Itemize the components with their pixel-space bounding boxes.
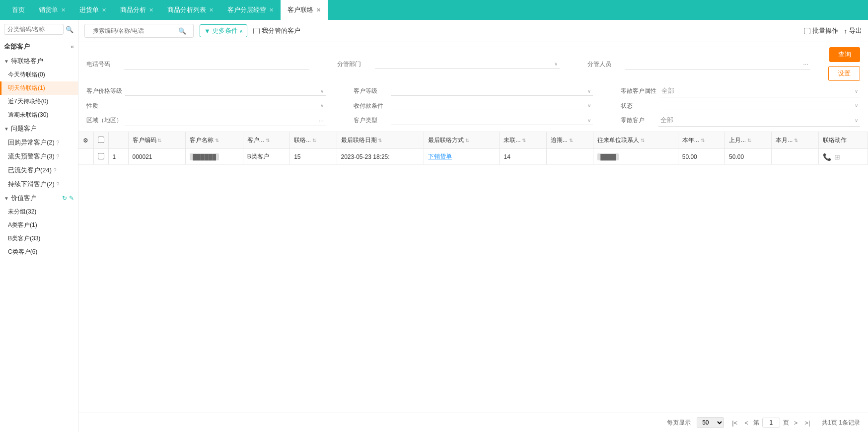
page-next-btn[interactable]: >: [792, 418, 800, 428]
sidebar-item-7days[interactable]: 近7天待联络(0): [0, 95, 78, 108]
col-contacts[interactable]: 联络...: [290, 132, 337, 149]
pending-triangle-icon: ▼: [4, 59, 9, 64]
batch-ops-checkbox[interactable]: [804, 28, 810, 34]
col-unlinked[interactable]: 未联...: [500, 132, 546, 149]
col-last-method[interactable]: 最后联络方式: [424, 132, 500, 149]
col-last-month[interactable]: 上月...: [725, 132, 772, 149]
adv-phone-input[interactable]: [124, 59, 309, 70]
my-customers-checkbox[interactable]: [253, 28, 260, 34]
nav-customer-contact[interactable]: 客户联络 ✕: [281, 0, 328, 20]
col-contact-person[interactable]: 往来单位联系人: [593, 132, 678, 149]
adv-cust-level-select[interactable]: ∨: [391, 87, 593, 96]
sidebar-item-declining[interactable]: 持续下滑客户(2) ?: [0, 177, 78, 191]
adv-price-level-select[interactable]: ∨: [125, 87, 326, 96]
sidebar-collapse-icon[interactable]: «: [71, 43, 74, 50]
sidebar-item-today[interactable]: 今天待联络(0): [0, 68, 78, 81]
export-btn[interactable]: ↑ 导出: [844, 26, 863, 35]
page-last-btn[interactable]: >|: [802, 418, 812, 428]
col-settings[interactable]: ⚙: [78, 132, 93, 149]
sidebar-all-customers[interactable]: 全部客户 «: [0, 39, 78, 54]
sidebar-item-a-class[interactable]: A类客户(1): [0, 218, 78, 232]
table-footer: 每页显示 50 100 200 |< < 第 页 > >| 共1页 1条记录: [78, 413, 868, 432]
adv-nature-chevron: ∨: [320, 103, 324, 108]
sidebar-item-churned[interactable]: 已流失客户(24) ?: [0, 163, 78, 177]
sidebar-item-overdue[interactable]: 逾期未联络(30): [0, 108, 78, 122]
nav-purchase-close[interactable]: ✕: [102, 7, 106, 13]
adv-status-chevron: ∨: [855, 103, 858, 108]
col-code[interactable]: 客户编码: [128, 132, 186, 149]
adv-retail-cust-label: 零散客户: [621, 116, 655, 125]
nav-product-list-close[interactable]: ✕: [209, 7, 214, 13]
page-first-btn[interactable]: |<: [730, 418, 739, 428]
sidebar-pending-group[interactable]: ▼ 待联络客户: [0, 54, 78, 68]
sidebar-item-c-class[interactable]: C类客户(6): [0, 245, 78, 259]
sidebar-value-group[interactable]: ▼ 价值客户 ↻ ✎: [0, 191, 78, 205]
adv-payment-select[interactable]: ∨: [391, 101, 593, 110]
nav-customer-ops-close[interactable]: ✕: [269, 7, 274, 13]
nav-customer-ops[interactable]: 客户分层经营 ✕: [220, 0, 281, 20]
row-no-cell: 1: [108, 149, 128, 165]
adv-nature-field: 性质 ∨: [86, 101, 326, 110]
page-num-input[interactable]: [762, 418, 780, 428]
nav-sales-close[interactable]: ✕: [61, 7, 66, 13]
adv-person-select[interactable]: ···: [625, 59, 810, 70]
row-overdue-cell: [546, 149, 593, 165]
col-last-date[interactable]: 最后联络日期: [337, 132, 424, 149]
sidebar-item-repurchase-abnormal[interactable]: 回购异常客户(2) ?: [0, 136, 78, 149]
adv-payment-label: 收付款条件: [354, 102, 388, 110]
nav-product-analysis[interactable]: 商品分析 ✕: [113, 0, 160, 20]
row-checkbox[interactable]: [98, 153, 104, 159]
select-all-checkbox[interactable]: [98, 137, 104, 143]
adv-price-level-field: 客户价格等级 ∨: [86, 87, 326, 96]
nav-sales[interactable]: 销货单 ✕: [32, 0, 72, 20]
table-body: 1 000021 ██████ B类客户 15 2023-05-23 18:25…: [78, 149, 868, 165]
col-name[interactable]: 客户名称: [186, 132, 243, 149]
row-last-method-cell[interactable]: 下销货单: [424, 149, 500, 165]
page-prev-btn[interactable]: <: [742, 418, 750, 428]
batch-ops-btn[interactable]: 批量操作: [804, 26, 838, 35]
sidebar-search-input[interactable]: [4, 24, 64, 35]
adv-status-select[interactable]: ∨: [658, 101, 860, 110]
nav-purchase[interactable]: 进货单 ✕: [72, 0, 113, 20]
my-customers-check[interactable]: 我分管的客户: [253, 26, 300, 35]
filter-search-icon[interactable]: 🔍: [178, 27, 186, 35]
nav-product-list[interactable]: 商品分析列表 ✕: [160, 0, 220, 20]
sidebar-item-tomorrow[interactable]: 明天待联络(1): [0, 81, 78, 95]
adv-nature-select[interactable]: ∨: [124, 101, 326, 110]
adv-dept-select[interactable]: ∨: [375, 60, 560, 69]
sidebar-item-churn-warning[interactable]: 流失预警客户(3) ?: [0, 149, 78, 163]
adv-status-field: 状态 ∨: [621, 101, 860, 110]
value-group-edit[interactable]: ✎: [69, 195, 74, 202]
adv-row-1: 电话号码 分管部门 ∨ 分管人员 ···: [86, 47, 860, 81]
action-menu-icon[interactable]: ⊞: [834, 153, 840, 161]
page-size-select[interactable]: 50 100 200: [697, 417, 724, 428]
col-overdue[interactable]: 逾期...: [546, 132, 593, 149]
sidebar-search-icon[interactable]: 🔍: [66, 26, 73, 33]
adv-region-select[interactable]: ···: [125, 115, 326, 126]
col-type[interactable]: 客户...: [243, 132, 289, 149]
adv-retail-cust-select[interactable]: 全部 ∨: [658, 114, 860, 127]
row-this-year-cell: 50.00: [678, 149, 724, 165]
sidebar-item-b-class[interactable]: B类客户(33): [0, 232, 78, 245]
filter-search-input[interactable]: [89, 26, 178, 36]
row-check-cell[interactable]: [93, 149, 108, 165]
query-button[interactable]: 查询: [829, 47, 860, 62]
col-check[interactable]: [93, 132, 108, 149]
sidebar-item-ungrouped[interactable]: 未分组(32): [0, 205, 78, 218]
adv-retail-cust-chevron: ∨: [855, 118, 858, 123]
action-phone-icon[interactable]: 📞: [823, 153, 831, 161]
adv-retail-attr-field: 零散客户属性 全部 ∨: [621, 85, 860, 97]
set-button[interactable]: 设置: [828, 66, 860, 81]
col-this-year[interactable]: 本年...: [678, 132, 724, 149]
value-group-refresh[interactable]: ↻: [62, 195, 67, 202]
nav-customer-contact-close[interactable]: ✕: [316, 7, 321, 13]
nav-product-analysis-close[interactable]: ✕: [149, 7, 153, 13]
adv-cust-type-select[interactable]: ∨: [391, 116, 593, 125]
row-action-cell: 📞 ⊞: [818, 149, 868, 165]
sidebar-problem-group[interactable]: ▼ 问题客户: [0, 122, 78, 136]
table-header-row: ⚙ 客户编码 客户名称 客户... 联络... 最后联络日期 最后联络方式 未联…: [78, 132, 868, 149]
filter-more-btn[interactable]: ▼ 更多条件 ∧: [200, 24, 247, 37]
nav-home[interactable]: 首页: [5, 0, 32, 20]
adv-retail-attr-select[interactable]: 全部 ∨: [659, 85, 860, 97]
col-this-month[interactable]: 本月...: [772, 132, 818, 149]
